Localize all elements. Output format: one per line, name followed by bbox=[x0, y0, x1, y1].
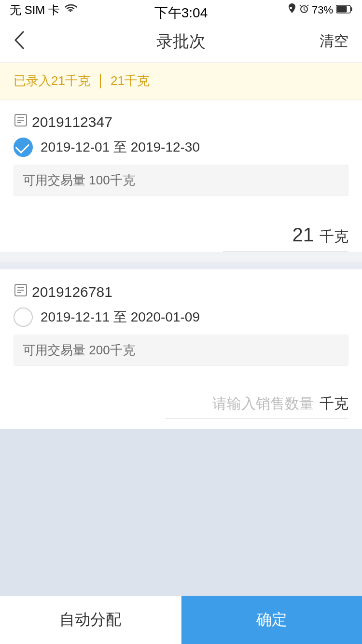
recorded-label: 已录入21千克 bbox=[14, 72, 90, 89]
batch-1-date: 2019-12-01 至 2019-12-30 bbox=[41, 138, 200, 156]
batch-2-input-placeholder: 请输入销售数量 bbox=[212, 394, 314, 414]
banner-divider bbox=[100, 74, 101, 88]
batch-1-available: 可用交易量 100千克 bbox=[14, 165, 348, 196]
batch-1-underline bbox=[223, 252, 348, 252]
location-icon bbox=[288, 3, 296, 17]
batch-2-id: 2019126781 bbox=[32, 284, 112, 300]
status-time: 下午3:04 bbox=[154, 4, 208, 22]
battery-text: 73% bbox=[312, 4, 333, 16]
nav-bar: 录批次 清空 bbox=[0, 20, 362, 63]
batch-2-available: 可用交易量 200千克 bbox=[14, 335, 348, 366]
batch-1-header: 2019112347 bbox=[14, 113, 348, 131]
svg-rect-2 bbox=[351, 7, 352, 11]
batch-1-amount-unit: 千克 bbox=[320, 227, 348, 247]
status-right: 73% bbox=[288, 3, 352, 17]
auto-distribute-button[interactable]: 自动分配 bbox=[0, 596, 181, 644]
total-label: 21千克 bbox=[111, 72, 150, 89]
batch-card-2-inner: 2019126781 2019-12-11 至 2020-01-09 可用交易量… bbox=[0, 269, 362, 385]
battery-icon bbox=[336, 4, 352, 16]
svg-rect-3 bbox=[337, 6, 347, 13]
batch-icon-1 bbox=[14, 113, 28, 131]
alarm-icon bbox=[299, 3, 309, 17]
batch-1-amount-value: 21 bbox=[292, 224, 314, 246]
carrier-text: 无 SIM 卡 bbox=[10, 2, 60, 18]
clear-button[interactable]: 清空 bbox=[320, 31, 348, 51]
batch-card-2: 2019126781 2019-12-11 至 2020-01-09 可用交易量… bbox=[0, 269, 362, 429]
status-left: 无 SIM 卡 bbox=[10, 2, 77, 18]
bottom-bar: 自动分配 确定 bbox=[0, 596, 362, 644]
batch-1-id: 2019112347 bbox=[32, 114, 112, 130]
batch-1-row[interactable]: 2019-12-01 至 2019-12-30 bbox=[14, 138, 348, 157]
batch-card-1: 2019112347 2019-12-01 至 2019-12-30 可用交易量… bbox=[0, 99, 362, 252]
batch-1-radio[interactable] bbox=[14, 138, 33, 157]
batch-2-radio[interactable] bbox=[14, 308, 33, 327]
batch-2-bottom-pad bbox=[0, 419, 362, 429]
back-button[interactable] bbox=[14, 31, 24, 52]
main-content: 已录入21千克 21千克 2019112347 2019-12-01 至 2 bbox=[0, 63, 362, 644]
confirm-button[interactable]: 确定 bbox=[181, 596, 362, 644]
section-divider-1 bbox=[0, 262, 362, 269]
batch-2-header: 2019126781 bbox=[14, 283, 348, 301]
batch-card-1-inner: 2019112347 2019-12-01 至 2019-12-30 可用交易量… bbox=[0, 99, 362, 215]
batch-1-amount-row: 21 千克 bbox=[0, 215, 362, 252]
batch-2-row[interactable]: 2019-12-11 至 2020-01-09 bbox=[14, 308, 348, 327]
batch-2-input-unit: 千克 bbox=[320, 394, 348, 414]
wifi-icon bbox=[64, 3, 77, 17]
info-banner: 已录入21千克 21千克 bbox=[0, 63, 362, 99]
status-bar: 无 SIM 卡 下午3:04 73% bbox=[0, 0, 362, 20]
batch-2-input-row[interactable]: 请输入销售数量 千克 bbox=[0, 385, 362, 419]
page-title: 录批次 bbox=[156, 20, 206, 63]
batch-icon-2 bbox=[14, 283, 28, 301]
batch-2-date: 2019-12-11 至 2020-01-09 bbox=[41, 308, 200, 326]
